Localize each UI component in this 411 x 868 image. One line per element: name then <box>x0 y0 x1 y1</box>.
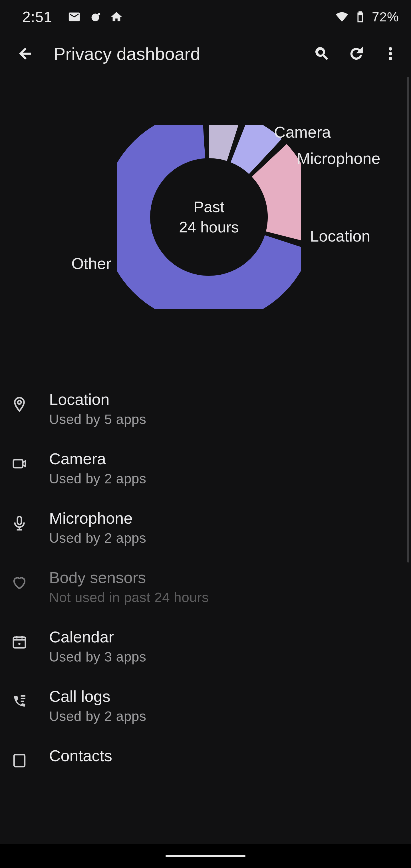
mail-icon <box>68 10 81 23</box>
permission-sub: Used by 5 apps <box>49 411 147 427</box>
arrow-left-icon <box>17 45 33 62</box>
location-pin-icon <box>8 393 31 416</box>
chart-label-camera: Camera <box>274 123 331 141</box>
permission-title: Call logs <box>49 687 147 706</box>
calendar-icon <box>8 630 31 653</box>
chart-label-microphone: Microphone <box>297 149 380 167</box>
permission-sub: Used by 2 apps <box>49 471 147 487</box>
refresh-button[interactable] <box>343 40 370 67</box>
svg-rect-12 <box>13 637 25 648</box>
permission-row-body-sensors[interactable]: Body sensors Not used in past 24 hours <box>0 558 411 617</box>
donut-center-label: Past 24 hours <box>117 125 301 309</box>
overflow-menu-button[interactable] <box>377 40 404 67</box>
wifi-icon <box>335 10 348 23</box>
permission-list: Location Used by 5 apps Camera Used by 2… <box>0 348 411 772</box>
reddit-icon <box>89 10 102 23</box>
chart-label-location: Location <box>310 227 371 245</box>
home-handle[interactable] <box>165 855 246 857</box>
permission-sub: Not used in past 24 hours <box>49 590 209 605</box>
permission-sub: Used by 3 apps <box>49 649 147 665</box>
back-button[interactable] <box>11 40 39 67</box>
permission-title: Calendar <box>49 628 147 646</box>
refresh-icon <box>348 45 365 62</box>
svg-rect-11 <box>18 517 22 525</box>
permission-row-call-logs[interactable]: Call logs Used by 2 apps <box>0 677 411 736</box>
usage-donut-chart: Past 24 hours Camera Microphone Location… <box>0 86 411 348</box>
app-bar: Privacy dashboard <box>0 29 411 77</box>
battery-icon <box>354 10 367 23</box>
svg-rect-10 <box>13 460 23 468</box>
status-bar: 2:51 72% <box>0 0 411 29</box>
svg-point-4 <box>389 57 392 60</box>
chart-label-other: Other <box>71 254 111 273</box>
permission-sub: Used by 2 apps <box>49 708 147 724</box>
permission-row-calendar[interactable]: Calendar Used by 3 apps <box>0 617 411 677</box>
svg-point-13 <box>18 643 20 645</box>
svg-point-0 <box>92 14 99 22</box>
svg-point-9 <box>18 401 21 404</box>
home-icon <box>110 10 123 23</box>
permission-title: Body sensors <box>49 568 209 587</box>
svg-point-2 <box>389 48 392 50</box>
heart-icon <box>8 571 31 594</box>
status-battery-pct: 72% <box>372 9 399 25</box>
content: Past 24 hours Camera Microphone Location… <box>0 77 411 772</box>
call-log-icon <box>8 690 31 713</box>
search-icon <box>314 45 330 62</box>
permission-title: Location <box>49 390 147 409</box>
status-time: 2:51 <box>22 8 52 25</box>
gesture-nav-bar[interactable] <box>0 844 411 868</box>
search-button[interactable] <box>308 40 336 67</box>
svg-point-1 <box>98 13 100 16</box>
svg-point-3 <box>389 52 392 55</box>
contacts-icon <box>8 749 31 772</box>
permission-title: Contacts <box>49 746 112 765</box>
permission-sub: Used by 2 apps <box>49 530 147 546</box>
permission-row-camera[interactable]: Camera Used by 2 apps <box>0 439 411 499</box>
camera-icon <box>8 452 31 475</box>
microphone-icon <box>8 512 31 534</box>
svg-rect-14 <box>14 755 25 767</box>
permission-row-location[interactable]: Location Used by 5 apps <box>0 380 411 439</box>
permission-title: Camera <box>49 450 147 468</box>
page-title: Privacy dashboard <box>54 44 200 64</box>
more-vertical-icon <box>382 45 399 62</box>
permission-title: Microphone <box>49 509 147 527</box>
permission-row-microphone[interactable]: Microphone Used by 2 apps <box>0 499 411 558</box>
permission-row-contacts[interactable]: Contacts <box>0 736 411 772</box>
